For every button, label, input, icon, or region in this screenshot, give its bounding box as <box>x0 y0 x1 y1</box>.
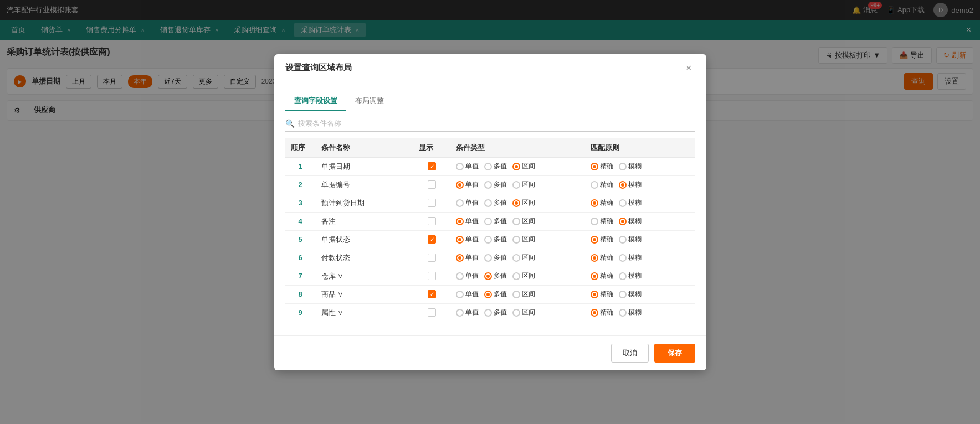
radio-type-区间[interactable]: 区间 <box>512 180 535 189</box>
radio-match-模糊[interactable]: 模糊 <box>619 198 642 208</box>
radio-type-区间[interactable]: 区间 <box>512 308 535 317</box>
radio-type-单值[interactable]: 单值 <box>456 326 479 327</box>
radio-type-多值[interactable]: 多值 <box>484 198 507 208</box>
row-order: 6 <box>285 249 316 267</box>
tab-query-fields[interactable]: 查询字段设置 <box>285 91 346 111</box>
radio-type-单值[interactable]: 单值 <box>456 271 479 281</box>
radio-type-区间[interactable]: 区间 <box>512 289 535 299</box>
radio-match-模糊[interactable]: 模糊 <box>619 180 642 189</box>
row-checkbox-cell <box>413 249 450 267</box>
radio-type-多值[interactable]: 多值 <box>484 289 507 299</box>
radio-label: 区间 <box>522 308 535 317</box>
radio-match-模糊[interactable]: 模糊 <box>619 308 642 317</box>
radio-type-单值[interactable]: 单值 <box>456 216 479 226</box>
radio-type-区间[interactable]: 区间 <box>512 326 535 327</box>
radio-type-区间[interactable]: 区间 <box>512 235 535 244</box>
radio-match-精确[interactable]: 精确 <box>591 271 613 281</box>
radio-match-精确[interactable]: 精确 <box>591 162 613 171</box>
radio-type-单值[interactable]: 单值 <box>456 235 479 244</box>
tab-layout[interactable]: 布局调整 <box>346 91 393 111</box>
dialog-close-btn[interactable]: × <box>683 62 695 74</box>
radio-label: 模糊 <box>628 162 642 171</box>
th-type: 条件类型 <box>450 138 585 158</box>
radio-type-多值[interactable]: 多值 <box>484 271 507 281</box>
row-checkbox[interactable] <box>428 308 436 317</box>
row-checkbox[interactable] <box>428 254 436 262</box>
row-name: 单据编号 <box>316 175 414 194</box>
radio-label: 多值 <box>494 271 507 281</box>
radio-dot <box>456 291 464 298</box>
radio-match-精确[interactable]: 精确 <box>591 216 613 226</box>
radio-match-精确[interactable]: 精确 <box>591 198 613 208</box>
row-checkbox[interactable] <box>428 217 436 225</box>
cancel-btn[interactable]: 取消 <box>611 344 649 363</box>
radio-type-区间[interactable]: 区间 <box>512 271 535 281</box>
radio-dot <box>456 163 464 170</box>
row-name: 商品 ∨ <box>316 285 414 303</box>
row-order: 8 <box>285 285 316 303</box>
row-checkbox[interactable] <box>428 180 436 189</box>
search-box: 🔍 <box>285 119 695 132</box>
row-order: 4 <box>285 212 316 230</box>
radio-type-区间[interactable]: 区间 <box>512 198 535 208</box>
radio-match-精确[interactable]: 精确 <box>591 326 613 327</box>
radio-dot <box>591 181 598 189</box>
radio-match-精确[interactable]: 精确 <box>591 308 613 317</box>
radio-label: 单值 <box>465 162 479 171</box>
radio-dot <box>619 163 627 170</box>
table-row: 2单据编号单值多值区间精确模糊 <box>285 175 695 194</box>
row-checkbox[interactable] <box>428 272 436 280</box>
radio-type-单值[interactable]: 单值 <box>456 198 479 208</box>
radio-label: 区间 <box>522 289 535 299</box>
radio-match-模糊[interactable]: 模糊 <box>619 253 642 262</box>
radio-type-单值[interactable]: 单值 <box>456 253 479 262</box>
radio-label: 模糊 <box>628 308 642 317</box>
row-checkbox[interactable] <box>428 199 436 207</box>
radio-type-多值[interactable]: 多值 <box>484 326 507 327</box>
radio-label: 单值 <box>465 216 479 226</box>
radio-label: 模糊 <box>628 289 642 299</box>
radio-label: 模糊 <box>628 216 642 226</box>
radio-type-多值[interactable]: 多值 <box>484 216 507 226</box>
radio-match-精确[interactable]: 精确 <box>591 253 613 262</box>
radio-match-模糊[interactable]: 模糊 <box>619 271 642 281</box>
radio-type-单值[interactable]: 单值 <box>456 180 479 189</box>
table-row: 3预计到货日期单值多值区间精确模糊 <box>285 194 695 212</box>
radio-type-单值[interactable]: 单值 <box>456 162 479 171</box>
radio-dot <box>512 236 520 244</box>
radio-type-单值[interactable]: 单值 <box>456 308 479 317</box>
search-input[interactable] <box>298 119 695 127</box>
radio-type-多值[interactable]: 多值 <box>484 253 507 262</box>
radio-type-多值[interactable]: 多值 <box>484 162 507 171</box>
radio-match-模糊[interactable]: 模糊 <box>619 235 642 244</box>
radio-label: 多值 <box>494 253 507 262</box>
radio-match-精确[interactable]: 精确 <box>591 235 613 244</box>
row-checkbox[interactable] <box>428 162 436 170</box>
radio-type-区间[interactable]: 区间 <box>512 253 535 262</box>
radio-match-精确[interactable]: 精确 <box>591 289 613 299</box>
radio-type-区间[interactable]: 区间 <box>512 162 535 171</box>
radio-label: 模糊 <box>628 271 642 281</box>
radio-type-多值[interactable]: 多值 <box>484 180 507 189</box>
radio-label: 区间 <box>522 326 535 327</box>
row-checkbox[interactable] <box>428 235 436 244</box>
row-match-cell: 精确模糊 <box>585 212 695 230</box>
radio-match-模糊[interactable]: 模糊 <box>619 162 642 171</box>
radio-match-模糊[interactable]: 模糊 <box>619 216 642 226</box>
radio-match-精确[interactable]: 精确 <box>591 180 613 189</box>
radio-type-单值[interactable]: 单值 <box>456 289 479 299</box>
save-btn[interactable]: 保存 <box>654 344 695 363</box>
radio-type-多值[interactable]: 多值 <box>484 235 507 244</box>
radio-label: 多值 <box>494 308 507 317</box>
radio-match-模糊[interactable]: 模糊 <box>619 326 642 327</box>
radio-type-多值[interactable]: 多值 <box>484 308 507 317</box>
radio-dot <box>484 163 492 170</box>
radio-dot <box>456 218 464 225</box>
radio-label: 模糊 <box>628 198 642 208</box>
radio-dot <box>456 254 464 262</box>
radio-dot <box>591 236 598 244</box>
row-checkbox[interactable] <box>428 290 436 298</box>
radio-type-区间[interactable]: 区间 <box>512 216 535 226</box>
radio-dot <box>619 272 627 280</box>
radio-match-模糊[interactable]: 模糊 <box>619 289 642 299</box>
